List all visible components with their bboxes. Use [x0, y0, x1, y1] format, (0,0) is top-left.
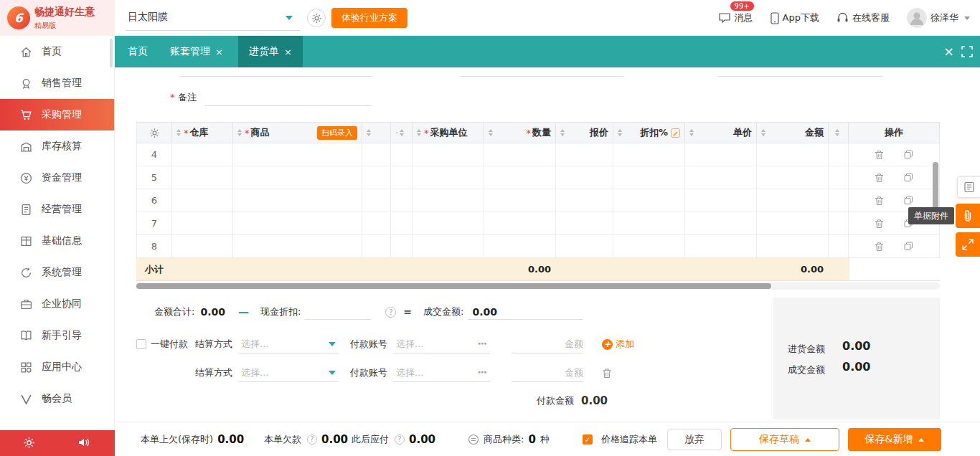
save-draft-button[interactable]: 保存草稿	[730, 428, 839, 451]
sort-icon[interactable]	[560, 129, 565, 136]
cell-unit[interactable]	[413, 212, 484, 234]
cell-quote[interactable]	[556, 143, 613, 166]
header-spacer[interactable]	[829, 123, 849, 143]
note-float-button[interactable]	[957, 176, 980, 198]
header-amount[interactable]: 金额	[757, 123, 829, 143]
cell-quantity[interactable]	[484, 143, 556, 166]
account-select[interactable]: 日太阳膜	[126, 0, 300, 35]
sidebar-item-app-center[interactable]: 应用中心	[0, 351, 114, 383]
horizontal-scrollbar[interactable]	[136, 282, 940, 290]
header-unit-price[interactable]: 单价	[685, 123, 757, 143]
copy-row-icon[interactable]	[904, 173, 913, 182]
cell-price[interactable]	[685, 189, 757, 212]
copy-row-icon[interactable]	[904, 242, 913, 251]
user-menu[interactable]: 徐泽华	[907, 8, 970, 28]
cash-discount-input[interactable]	[305, 304, 371, 320]
cell-warehouse[interactable]	[172, 212, 233, 234]
payment-amount-input[interactable]: 金额	[512, 335, 583, 353]
speaker-icon[interactable]	[77, 437, 90, 450]
cell-price[interactable]	[685, 143, 757, 166]
app-download-button[interactable]: App下载	[771, 11, 819, 24]
cell-amount[interactable]	[757, 143, 829, 166]
column-settings-button[interactable]	[136, 123, 172, 143]
trial-plan-button[interactable]: 体验行业方案	[331, 8, 407, 28]
price-track-checkbox[interactable]: ✓	[583, 434, 593, 445]
tab-account-management[interactable]: 账套管理 ×	[161, 36, 232, 67]
cell-product[interactable]	[233, 212, 362, 234]
delete-payment-row-icon[interactable]	[602, 368, 612, 379]
close-tab-icon[interactable]: ×	[284, 47, 292, 57]
header-quote[interactable]: 报价	[556, 123, 613, 143]
delete-row-icon[interactable]	[875, 242, 884, 252]
sort-icon[interactable]	[176, 129, 181, 136]
sidebar-item-system[interactable]: 系统管理	[0, 257, 114, 288]
sort-icon[interactable]	[367, 129, 371, 136]
sort-icon[interactable]	[761, 129, 765, 136]
header-hidden-column-1[interactable]	[362, 123, 391, 143]
save-and-new-button[interactable]: 保存&新增	[848, 428, 941, 451]
cell-warehouse[interactable]	[172, 235, 233, 257]
sidebar-item-guide[interactable]: 新手引导	[0, 320, 114, 351]
cell-price[interactable]	[685, 235, 757, 257]
cell-product[interactable]	[233, 143, 362, 166]
cell-quote[interactable]	[556, 212, 613, 234]
cell-quantity[interactable]	[484, 189, 556, 212]
sidebar-item-inventory[interactable]: 库存核算	[0, 130, 114, 162]
batch-edit-icon[interactable]	[671, 128, 680, 138]
payment-account-select[interactable]: 选择... ⋯	[393, 335, 490, 353]
cell-quantity[interactable]	[484, 212, 556, 234]
settlement-method-select[interactable]: 选择...	[238, 335, 339, 353]
remark-input[interactable]	[204, 89, 372, 106]
cell-unit[interactable]	[413, 166, 484, 189]
delete-row-icon[interactable]	[875, 150, 884, 160]
cell-price[interactable]	[685, 212, 757, 234]
sidebar-item-sales[interactable]: 销售管理	[0, 67, 114, 99]
cell-quantity[interactable]	[484, 166, 556, 189]
cell-amount[interactable]	[757, 212, 829, 234]
add-payment-button[interactable]: + 添加	[602, 338, 634, 351]
field-underline[interactable]	[717, 76, 882, 77]
sidebar-item-home[interactable]: 首页	[0, 36, 114, 67]
delete-row-icon[interactable]	[875, 173, 884, 183]
discard-button[interactable]: 放弃	[667, 429, 722, 450]
field-underline[interactable]	[459, 76, 624, 77]
cell-unit[interactable]	[413, 235, 484, 257]
more-icon[interactable]: ⋯	[478, 338, 487, 349]
sidebar-item-operations[interactable]: 经营管理	[0, 194, 114, 225]
header-discount[interactable]: 折扣%	[613, 123, 685, 143]
cell-amount[interactable]	[757, 166, 829, 189]
delete-row-icon[interactable]	[875, 219, 884, 229]
tab-home[interactable]: 首页	[121, 36, 155, 67]
sort-icon[interactable]	[237, 129, 242, 136]
cell-warehouse[interactable]	[172, 189, 233, 212]
cell-product[interactable]	[233, 166, 362, 189]
sort-icon[interactable]	[400, 129, 404, 136]
sidebar-item-collaboration[interactable]: 企业协同	[0, 288, 114, 320]
sidebar-scrollbar[interactable]	[110, 39, 113, 67]
more-icon[interactable]: ⋯	[478, 367, 487, 378]
cell-quantity[interactable]	[484, 235, 556, 257]
scrollbar-thumb[interactable]	[136, 283, 771, 289]
cell-discount[interactable]	[613, 235, 685, 257]
expand-float-button[interactable]	[956, 232, 980, 257]
copy-row-icon[interactable]	[904, 196, 913, 205]
header-warehouse[interactable]: *仓库	[172, 123, 233, 143]
copy-row-icon[interactable]	[904, 150, 913, 159]
cell-quote[interactable]	[556, 166, 613, 189]
cell-discount[interactable]	[613, 166, 685, 189]
attachment-float-button[interactable]	[956, 204, 980, 228]
header-quantity[interactable]: *数量	[484, 123, 556, 143]
cell-quote[interactable]	[556, 189, 613, 212]
cell-quote[interactable]	[556, 235, 613, 257]
cell-warehouse[interactable]	[172, 143, 233, 166]
sidebar-item-member[interactable]: 畅会员	[0, 383, 114, 414]
header-purchase-unit[interactable]: *采购单位	[413, 123, 484, 143]
sort-icon[interactable]	[835, 129, 839, 136]
close-all-icon[interactable]: ×	[943, 36, 954, 67]
cell-product[interactable]	[233, 235, 362, 257]
settlement-method-select[interactable]: 选择...	[238, 364, 339, 382]
messages-button[interactable]: 消息 99+	[718, 11, 753, 24]
field-underline[interactable]	[179, 76, 373, 77]
sort-icon[interactable]	[689, 129, 694, 136]
footer-gear-icon[interactable]	[23, 437, 35, 451]
